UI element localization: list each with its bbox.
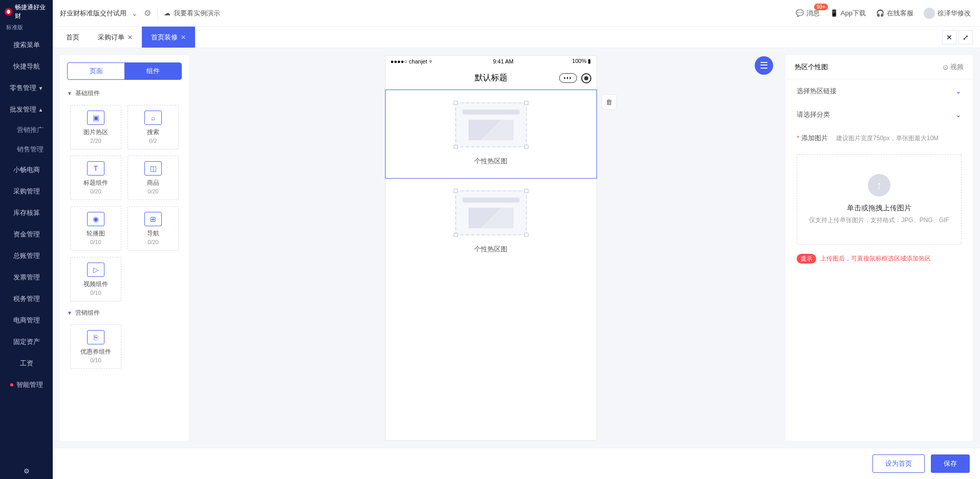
image-placeholder: [455, 102, 527, 147]
component-icon: T: [87, 161, 104, 176]
brand-icon: [4, 7, 13, 16]
sidebar-item[interactable]: 零售管理▼: [0, 77, 53, 99]
sidebar-settings[interactable]: ⚙: [0, 463, 53, 479]
component-item[interactable]: ◫商品0/20: [127, 156, 179, 200]
sidebar-item[interactable]: 发票管理: [0, 267, 53, 288]
close-icon: ✕: [946, 33, 952, 41]
canvas-block[interactable]: 个性热区图🗑: [386, 90, 596, 178]
component-item[interactable]: T标题组件0/20: [70, 156, 121, 200]
sidebar-item[interactable]: 智能管理: [0, 374, 53, 396]
support-button[interactable]: 🎧 在线客服: [874, 7, 915, 20]
tab-bar: 首页采购订单✕首页装修✕ ✕ ⤢: [53, 27, 980, 48]
set-home-button[interactable]: 设为首页: [872, 454, 925, 473]
component-icon: ▣: [87, 111, 104, 125]
editor: 页面 组件 ▼基础组件▣图片热区2/20⌕搜索0/2T标题组件0/20◫商品0/…: [53, 48, 980, 448]
delete-block-button[interactable]: 🗑: [602, 94, 617, 110]
chevron-down-icon: ⌄: [132, 9, 138, 17]
sidebar-item[interactable]: 批发管理▲: [0, 99, 53, 120]
tab[interactable]: 采购订单✕: [89, 27, 142, 48]
seg-component[interactable]: 组件: [124, 63, 181, 79]
expand-icon: ⤢: [963, 33, 969, 41]
sidebar-item[interactable]: 搜索菜单: [0, 34, 53, 56]
component-item[interactable]: ⌕搜索0/2: [127, 105, 179, 149]
component-item[interactable]: ⊞导航0/20: [127, 206, 179, 251]
tab-expand-button[interactable]: ⤢: [958, 30, 973, 45]
component-group-header[interactable]: ▼营销组件: [60, 307, 189, 319]
canvas: ☰ ●●●●○ chanjet ᯤ 9:41 AM 100% ▮ 默认标题 ••…: [196, 48, 785, 448]
component-icon: ◉: [87, 212, 104, 226]
triangle-down-icon: ▼: [67, 310, 72, 316]
seg-page[interactable]: 页面: [68, 63, 124, 79]
sidebar-item[interactable]: 固定资产: [0, 331, 53, 353]
save-button[interactable]: 保存: [931, 454, 970, 473]
phone-title: 默认标题: [475, 73, 507, 82]
sidebar-item[interactable]: 工资: [0, 353, 53, 374]
caret-icon: ▼: [38, 85, 44, 91]
component-panel: 页面 组件 ▼基础组件▣图片热区2/20⌕搜索0/2T标题组件0/20◫商品0/…: [60, 55, 189, 441]
sidebar-item[interactable]: 资金管理: [0, 224, 53, 245]
sidebar: 畅捷通好业财 标准版 搜索菜单快捷导航零售管理▼批发管理▲营销推广销售管理小畅电…: [0, 0, 53, 479]
component-icon: ▷: [87, 263, 104, 277]
category-select[interactable]: 请选择分类 ⌄: [785, 103, 973, 126]
divider: [157, 7, 158, 19]
msg-badge: 99+: [814, 4, 828, 10]
sidebar-item[interactable]: 总账管理: [0, 245, 53, 267]
video-help-link[interactable]: ⊙ 视频: [943, 62, 964, 72]
menu-fab[interactable]: ☰: [755, 56, 773, 75]
user-menu[interactable]: 徐泽华修改: [922, 6, 973, 21]
edition-label: 标准版: [0, 24, 53, 34]
tab[interactable]: 首页装修✕: [142, 27, 195, 48]
settings-icon[interactable]: ⚙: [144, 8, 151, 18]
sidebar-item[interactable]: 采购管理: [0, 181, 53, 202]
upload-dropzone[interactable]: ↑ 单击或拖拽上传图片 仅支持上传单张图片，支持格式：JPG、PNG、GIF: [797, 154, 962, 245]
more-icon[interactable]: •••: [559, 73, 577, 83]
phone-statusbar: ●●●●○ chanjet ᯤ 9:41 AM 100% ▮: [386, 56, 596, 67]
caret-icon: ▲: [38, 107, 44, 113]
brand-name: 畅捷通好业财: [15, 3, 49, 20]
chat-icon: 💬: [796, 9, 804, 17]
menu-icon: ☰: [760, 60, 768, 71]
component-icon: ⌕: [144, 111, 162, 125]
hot-dot-icon: [10, 383, 13, 386]
sidebar-subitem[interactable]: 营销推广: [0, 120, 53, 140]
demo-link[interactable]: ☁ 我要看实例演示: [164, 9, 220, 18]
chevron-down-icon: ⌄: [955, 111, 962, 119]
sidebar-item[interactable]: 电商管理: [0, 310, 53, 331]
tip-badge: 提示: [797, 254, 816, 264]
trial-selector[interactable]: 好业财标准版交付试用 ⌄: [60, 9, 138, 18]
sidebar-item[interactable]: 小畅电商: [0, 159, 53, 181]
sidebar-item[interactable]: 税务管理: [0, 288, 53, 310]
phone-preview: ●●●●○ chanjet ᯤ 9:41 AM 100% ▮ 默认标题 ••• …: [385, 55, 597, 441]
chevron-down-icon: ⌄: [955, 87, 962, 95]
segmented-control: 页面 组件: [67, 62, 182, 80]
tab-close-icon[interactable]: ✕: [127, 34, 133, 41]
sidebar-item[interactable]: 快捷导航: [0, 56, 53, 77]
target-icon[interactable]: [581, 73, 591, 83]
tab-close-all-button[interactable]: ✕: [942, 30, 956, 45]
messages-button[interactable]: 💬 消息 99+: [794, 7, 822, 20]
hotspot-link-select[interactable]: 选择热区链接 ⌄: [785, 79, 973, 103]
canvas-block[interactable]: 个性热区图: [386, 178, 596, 266]
component-item[interactable]: ◉轮播图0/10: [70, 206, 121, 251]
sidebar-item[interactable]: 库存核算: [0, 202, 53, 224]
sidebar-subitem[interactable]: 销售管理: [0, 140, 53, 159]
component-item[interactable]: ⎘优惠券组件0/10: [70, 324, 121, 369]
tab-close-icon[interactable]: ✕: [181, 34, 186, 41]
phone-title-bar: 默认标题 •••: [386, 67, 596, 90]
triangle-down-icon: ▼: [67, 91, 72, 96]
app-download-button[interactable]: 📱 App下载: [828, 7, 868, 20]
component-item[interactable]: ▷视频组件0/10: [70, 257, 121, 301]
sidebar-menu: 搜索菜单快捷导航零售管理▼批发管理▲营销推广销售管理小畅电商采购管理库存核算资金…: [0, 34, 53, 463]
brand-logo: 畅捷通好业财: [0, 0, 53, 24]
gear-icon: ⚙: [24, 467, 30, 475]
component-item[interactable]: ▣图片热区2/20: [70, 105, 121, 149]
tab[interactable]: 首页: [57, 27, 89, 48]
play-icon: ⊙: [943, 63, 948, 71]
component-group-header[interactable]: ▼基础组件: [60, 87, 189, 100]
component-icon: ⊞: [144, 212, 162, 226]
panel-title: 热区个性图: [795, 62, 828, 72]
component-icon: ⎘: [87, 330, 104, 344]
main-area: 好业财标准版交付试用 ⌄ ⚙ ☁ 我要看实例演示 💬 消息 99+ 📱 App下…: [53, 0, 980, 479]
wifi-icon: ᯤ: [429, 58, 434, 64]
avatar-icon: [924, 8, 935, 19]
